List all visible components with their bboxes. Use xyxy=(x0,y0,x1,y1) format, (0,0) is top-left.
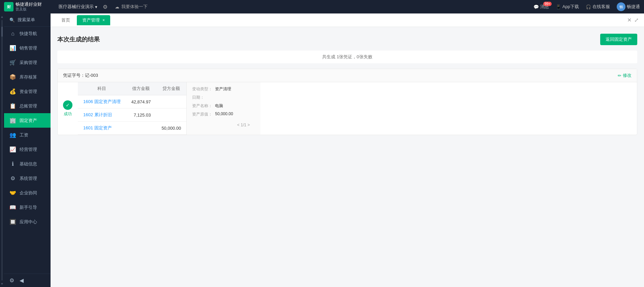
tab-bar: 首页 资产管理 × ✕ ⤢ xyxy=(51,13,644,27)
sidebar: 🔍 搜索菜单 ⌂ 快捷导航 📊 销售管理 🛒 采购管理 📦 库存核算 💰 xyxy=(4,13,51,287)
main-layout: ▲ ▼ 🔍 搜索菜单 ⌂ 快捷导航 📊 销售管理 🛒 采购管理 xyxy=(0,13,644,287)
asset-value-value: 50,000.00 xyxy=(215,111,233,117)
sidebar-label-inventory: 库存核算 xyxy=(20,74,37,80)
page-content: 本次生成的结果 返回固定资产 共生成 1张凭证，0张失败 凭证字号：记-003 … xyxy=(51,27,644,287)
sidebar-label-basic-info: 基础信息 xyxy=(20,161,37,167)
summary-text: 共生成 1张凭证，0张失败 xyxy=(322,54,372,59)
customer-service-label: 在线客服 xyxy=(592,4,610,10)
status-text: 成功 xyxy=(64,111,72,117)
sidebar-item-sales[interactable]: 📊 销售管理 xyxy=(4,41,51,55)
topbar: 财 畅捷通好业财 普及版 医疗器械行业演示 ▾ ⚙ ☁ 我要体验一下 💬 消息 … xyxy=(0,0,644,13)
fixed-assets-icon: 🏢 xyxy=(9,117,16,124)
dropdown-icon: ▾ xyxy=(95,4,97,9)
row2-subject: 1602 累计折旧 xyxy=(78,108,126,122)
row1-credit xyxy=(156,95,186,108)
asset-value-label: 资产原值： xyxy=(192,111,212,117)
basic-info-icon: ℹ xyxy=(9,161,16,167)
app-download-label: App下载 xyxy=(562,4,579,10)
sidebar-label-sales: 销售管理 xyxy=(20,45,37,51)
panel-close-icon[interactable]: ✕ xyxy=(627,17,632,23)
company-settings-icon[interactable]: ⚙ xyxy=(103,4,108,10)
avatar: 畅 xyxy=(617,2,625,11)
panel-expand-icon[interactable]: ⤢ xyxy=(634,17,639,23)
experience-area[interactable]: ☁ 我要体验一下 xyxy=(115,4,148,10)
app-edition: 普及版 xyxy=(16,7,42,12)
sidebar-item-apps[interactable]: 🔲 应用中心 xyxy=(4,215,51,229)
sidebar-item-guide[interactable]: 📖 新手引导 xyxy=(4,200,51,215)
sidebar-item-quick-nav[interactable]: ⌂ 快捷导航 xyxy=(4,27,51,41)
sidebar-item-system[interactable]: ⚙ 系统管理 xyxy=(4,171,51,186)
sidebar-search[interactable]: 🔍 搜索菜单 xyxy=(4,13,51,27)
system-icon: ⚙ xyxy=(9,175,16,182)
inventory-icon: 📦 xyxy=(9,74,16,80)
sidebar-label-apps: 应用中心 xyxy=(20,219,37,225)
sidebar-label-ops: 经营管理 xyxy=(20,147,37,153)
app-download-button[interactable]: 📱 App下载 xyxy=(556,4,579,10)
cloud-icon: ☁ xyxy=(115,4,119,9)
sidebar-label-enterprise: 企业协同 xyxy=(20,190,37,196)
sidebar-label-fixed-assets: 固定资产 xyxy=(20,118,37,124)
voucher-body: ✓ 成功 科目 借方金额 贷方金额 xyxy=(58,82,637,135)
sidebar-item-ops[interactable]: 📈 经营管理 xyxy=(4,142,51,157)
side-pagination[interactable]: < 1/1 > xyxy=(192,120,255,130)
settings-bottom-icon[interactable]: ⚙ xyxy=(9,277,14,284)
sidebar-label-finance: 资金管理 xyxy=(20,89,37,95)
tab-home[interactable]: 首页 xyxy=(56,15,75,25)
voucher-status: ✓ 成功 xyxy=(58,82,78,135)
voucher-edit-button[interactable]: ✏ 修改 xyxy=(618,72,632,78)
voucher-table-wrapper: 科目 借方金额 贷方金额 1606 固定资产清理 42,874.97 xyxy=(78,82,186,135)
col-header-subject: 科目 xyxy=(78,82,126,95)
sidebar-item-fixed-assets[interactable]: 🏢 固定资产 xyxy=(4,113,51,128)
user-menu[interactable]: 畅 畅捷通 xyxy=(617,2,640,11)
row2-credit xyxy=(156,108,186,122)
sidebar-item-inventory[interactable]: 📦 库存核算 xyxy=(4,70,51,84)
row3-credit: 50,000.00 xyxy=(156,122,186,135)
sidebar-bottom: ⚙ ◀ xyxy=(4,274,51,287)
messages-button[interactable]: 💬 消息 99+ xyxy=(533,4,549,10)
apps-icon: 🔲 xyxy=(9,219,16,225)
tab-asset-management[interactable]: 资产管理 × xyxy=(77,15,110,25)
asset-name-label: 资产名称： xyxy=(192,103,212,109)
sidebar-item-finance[interactable]: 💰 资金管理 xyxy=(4,84,51,99)
sidebar-item-basic-info[interactable]: ℹ 基础信息 xyxy=(4,157,51,171)
search-icon: 🔍 xyxy=(9,18,15,23)
sidebar-label-system: 系统管理 xyxy=(20,176,37,182)
company-name: 医疗器械行业演示 xyxy=(59,4,94,10)
sidebar-scroll-up[interactable]: ▲ xyxy=(0,15,4,19)
voucher-card: 凭证字号：记-003 ✏ 修改 ✓ 成功 xyxy=(57,69,637,135)
messages-badge: 99+ xyxy=(543,2,552,6)
user-name: 畅捷通 xyxy=(627,4,640,10)
date-label: 日期： xyxy=(192,95,204,100)
message-icon: 💬 xyxy=(533,4,539,9)
return-button[interactable]: 返回固定资产 xyxy=(600,34,637,45)
customer-service-button[interactable]: 🎧 在线客服 xyxy=(586,4,610,10)
sidebar-item-enterprise[interactable]: 🤝 企业协同 xyxy=(4,186,51,200)
app-name: 畅捷通好业财 xyxy=(16,2,42,7)
home-tab-label: 首页 xyxy=(61,18,70,23)
sidebar-item-ledger[interactable]: 📋 总账管理 xyxy=(4,99,51,113)
sidebar-scroll-down[interactable]: ▼ xyxy=(0,282,4,286)
sidebar-label-quick-nav: 快捷导航 xyxy=(20,31,37,37)
sales-icon: 📊 xyxy=(9,45,16,51)
purchase-icon: 🛒 xyxy=(9,59,16,66)
active-tab-label: 资产管理 xyxy=(82,17,100,23)
page-header: 本次生成的结果 返回固定资产 xyxy=(57,34,637,45)
download-icon: 📱 xyxy=(556,4,561,9)
table-row: 1601 固定资产 50,000.00 xyxy=(78,122,186,135)
ledger-icon: 📋 xyxy=(9,103,16,109)
toggle-sidebar-button[interactable]: ◀ xyxy=(20,277,24,284)
edit-label: 修改 xyxy=(623,72,632,78)
page-title: 本次生成的结果 xyxy=(57,35,100,43)
experience-text: 我要体验一下 xyxy=(121,4,148,10)
home-icon: ⌂ xyxy=(9,31,16,37)
tab-close-icon[interactable]: × xyxy=(102,18,105,23)
row1-debit: 42,874.97 xyxy=(126,95,156,108)
sidebar-item-payroll[interactable]: 👥 工资 xyxy=(4,128,51,142)
status-check-icon: ✓ xyxy=(63,100,72,110)
content-area: 首页 资产管理 × ✕ ⤢ 本次生成的结果 返回固定资产 共生成 1张凭证，0张… xyxy=(51,13,644,287)
side-info-asset-value: 资产原值： 50,000.00 xyxy=(192,111,255,117)
company-selector[interactable]: 医疗器械行业演示 ▾ xyxy=(59,4,97,10)
sidebar-item-purchase[interactable]: 🛒 采购管理 xyxy=(4,55,51,70)
payroll-icon: 👥 xyxy=(9,132,16,138)
table-row: 1602 累计折旧 7,125.03 xyxy=(78,108,186,122)
